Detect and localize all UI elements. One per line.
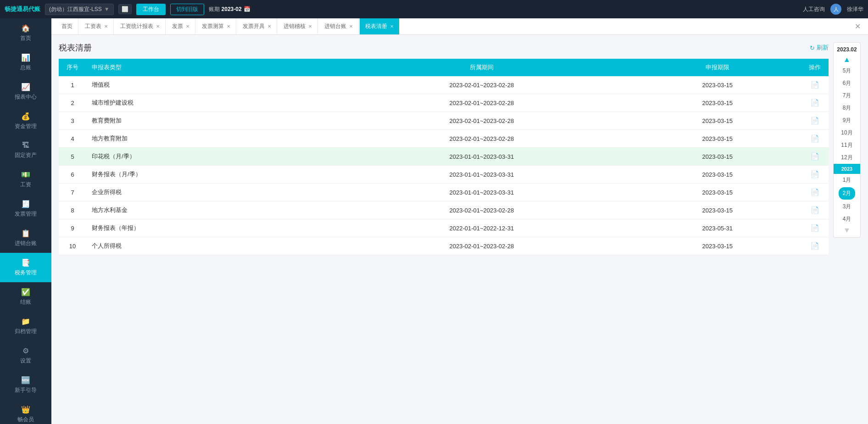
date-month-4[interactable]: 4月 bbox=[834, 213, 860, 225]
switch-old-button[interactable]: 切到旧版 bbox=[170, 4, 204, 15]
tab-close-invoice-check[interactable]: ✕ bbox=[227, 24, 230, 29]
sidebar-item-fund[interactable]: 💰 资金管理 bbox=[0, 106, 51, 136]
view-icon[interactable]: 📄 bbox=[811, 81, 819, 89]
tab-close-tax-list[interactable]: ✕ bbox=[390, 24, 394, 29]
tab-home[interactable]: 首页 bbox=[56, 18, 78, 35]
date-month-12[interactable]: 12月 bbox=[834, 151, 860, 164]
tab-invoice-open[interactable]: 发票开具 ✕ bbox=[237, 18, 277, 35]
cell-deadline: 2023-03-15 bbox=[634, 237, 801, 255]
table-row: 8地方水利基金2023-02-01~2023-02-282023-03-15📄 bbox=[59, 201, 829, 219]
date-month-5[interactable]: 5月 bbox=[834, 65, 860, 77]
date-month-11[interactable]: 11月 bbox=[834, 139, 860, 151]
view-icon[interactable]: 📄 bbox=[811, 188, 819, 196]
sidebar-item-label: 设置 bbox=[20, 357, 31, 365]
date-month-9[interactable]: 9月 bbox=[834, 114, 860, 127]
sidebar-item-label: 工资 bbox=[20, 181, 31, 189]
content-area: 首页 工资表 ✕ 工资统计报表 ✕ 发票 ✕ 发票测算 ✕ 发票开具 ✕ bbox=[51, 18, 868, 424]
sidebar-item-settings[interactable]: ⚙ 设置 bbox=[0, 341, 51, 370]
archive-icon: 📁 bbox=[21, 317, 30, 326]
view-icon[interactable]: 📄 bbox=[811, 152, 819, 160]
cell-action: 📄 bbox=[801, 184, 829, 201]
date-month-6[interactable]: 6月 bbox=[834, 77, 860, 89]
date-month-1[interactable]: 1月 bbox=[834, 174, 860, 186]
cell-action: 📄 bbox=[801, 201, 829, 219]
view-icon[interactable]: 📄 bbox=[811, 242, 819, 250]
sidebar-item-guide[interactable]: 🆕 新手引导 bbox=[0, 370, 51, 400]
sidebar-item-member[interactable]: 👑 畅会员 bbox=[0, 400, 51, 424]
cell-type: 财务报表（月/季） bbox=[86, 166, 329, 184]
user-name[interactable]: 徐泽华 bbox=[847, 6, 863, 13]
sidebar-item-settlement[interactable]: ✅ 结账 bbox=[0, 282, 51, 312]
tab-close-purchase-ledger[interactable]: ✕ bbox=[349, 24, 353, 29]
calendar-icon[interactable]: 📅 bbox=[244, 6, 250, 12]
sidebar-item-reports[interactable]: 📈 报表中心 bbox=[0, 77, 51, 106]
sidebar-item-home[interactable]: 🏠 首页 bbox=[0, 18, 51, 48]
sidebar-item-label: 税务管理 bbox=[15, 269, 37, 277]
date-month-7[interactable]: 7月 bbox=[834, 89, 860, 102]
cell-type: 财务报表（年报） bbox=[86, 219, 329, 237]
sidebar-item-salary[interactable]: 💵 工资 bbox=[0, 165, 51, 194]
view-icon[interactable]: 📄 bbox=[811, 99, 819, 106]
sidebar-item-tax-mgmt[interactable]: 📑 税务管理 bbox=[0, 253, 51, 282]
cell-deadline: 2023-03-15 bbox=[634, 76, 801, 94]
refresh-button[interactable]: ↻ 刷新 bbox=[810, 44, 829, 52]
cell-deadline: 2023-03-15 bbox=[634, 184, 801, 201]
tab-invoice-check[interactable]: 发票测算 ✕ bbox=[196, 18, 236, 35]
cell-period: 2023-02-01~2023-02-28 bbox=[329, 130, 634, 148]
tab-close-purchase-audit[interactable]: ✕ bbox=[308, 24, 312, 29]
sidebar-item-label: 报表中心 bbox=[15, 93, 37, 101]
company-selector[interactable]: (勿动）江西服宜-LSS ▼ bbox=[45, 4, 114, 15]
period-label: 账期 2023-02 📅 bbox=[209, 6, 250, 13]
sidebar-item-purchase[interactable]: 📋 进销台账 bbox=[0, 223, 51, 253]
tab-salary-report[interactable]: 工资统计报表 ✕ bbox=[115, 18, 166, 35]
date-month-10[interactable]: 10月 bbox=[834, 127, 860, 139]
date-nav-down[interactable]: ▼ bbox=[842, 225, 851, 235]
view-icon[interactable]: 📄 bbox=[811, 134, 819, 142]
tab-bar-right: ✕ bbox=[851, 22, 868, 31]
sidebar-item-ledger[interactable]: 📊 总账 bbox=[0, 48, 51, 77]
tab-salary[interactable]: 工资表 ✕ bbox=[79, 18, 114, 35]
table-row: 10个人所得税2023-02-01~2023-02-282023-03-15📄 bbox=[59, 237, 829, 255]
tab-close-salary[interactable]: ✕ bbox=[104, 24, 108, 29]
cell-period: 2023-02-01~2023-02-28 bbox=[329, 76, 634, 94]
cell-action: 📄 bbox=[801, 148, 829, 166]
date-month-3[interactable]: 3月 bbox=[834, 201, 860, 213]
sidebar-item-fixed-assets[interactable]: 🏗 固定资产 bbox=[0, 136, 51, 165]
salary-icon: 💵 bbox=[21, 170, 30, 179]
col-header-deadline: 申报期限 bbox=[634, 59, 801, 76]
date-month-2[interactable]: 2月 bbox=[839, 187, 855, 200]
refresh-icon: ↻ bbox=[810, 45, 815, 51]
tab-close-salary-report[interactable]: ✕ bbox=[156, 24, 160, 29]
user-avatar: 人 bbox=[830, 4, 841, 15]
tab-invoice[interactable]: 发票 ✕ bbox=[167, 18, 195, 35]
view-icon[interactable]: 📄 bbox=[811, 206, 819, 214]
tab-tax-list[interactable]: 税表清册 ✕ bbox=[360, 18, 400, 35]
workspace-button[interactable]: 工作台 bbox=[136, 4, 166, 15]
ai-consult-btn[interactable]: 人工咨询 bbox=[803, 6, 825, 13]
tab-close-invoice-open[interactable]: ✕ bbox=[267, 24, 271, 29]
date-nav-up[interactable]: ▲ bbox=[842, 55, 851, 65]
cell-action: 📄 bbox=[801, 130, 829, 148]
table-row: 9财务报表（年报）2022-01-01~2022-12-312023-05-31… bbox=[59, 219, 829, 237]
tab-purchase-audit[interactable]: 进销稽核 ✕ bbox=[278, 18, 318, 35]
copy-icon-btn[interactable]: ⬜ bbox=[118, 4, 132, 14]
window-close-btn[interactable]: ✕ bbox=[851, 22, 864, 31]
cell-action: 📄 bbox=[801, 219, 829, 237]
sidebar-item-invoice-mgmt[interactable]: 🧾 发票管理 bbox=[0, 194, 51, 223]
tab-close-invoice[interactable]: ✕ bbox=[186, 24, 189, 29]
view-icon[interactable]: 📄 bbox=[811, 117, 819, 124]
page-header: 税表清册 ↻ 刷新 bbox=[59, 42, 829, 53]
cell-type: 印花税（月/季） bbox=[86, 148, 329, 166]
cell-deadline: 2023-03-15 bbox=[634, 148, 801, 166]
view-icon[interactable]: 📄 bbox=[811, 170, 819, 178]
purchase-icon: 📋 bbox=[21, 229, 30, 238]
date-month-8[interactable]: 8月 bbox=[834, 102, 860, 114]
sidebar-item-label: 结账 bbox=[20, 298, 31, 306]
page-main: 税表清册 ↻ 刷新 序号 申报表类型 所属期间 申报期限 操作 bbox=[59, 42, 829, 417]
company-name: (勿动）江西服宜-LSS bbox=[49, 6, 102, 13]
home-icon: 🏠 bbox=[21, 24, 30, 33]
tab-purchase-ledger[interactable]: 进销台账 ✕ bbox=[319, 18, 359, 35]
member-icon: 👑 bbox=[21, 405, 30, 414]
sidebar-item-archive[interactable]: 📁 归档管理 bbox=[0, 312, 51, 341]
view-icon[interactable]: 📄 bbox=[811, 224, 819, 232]
